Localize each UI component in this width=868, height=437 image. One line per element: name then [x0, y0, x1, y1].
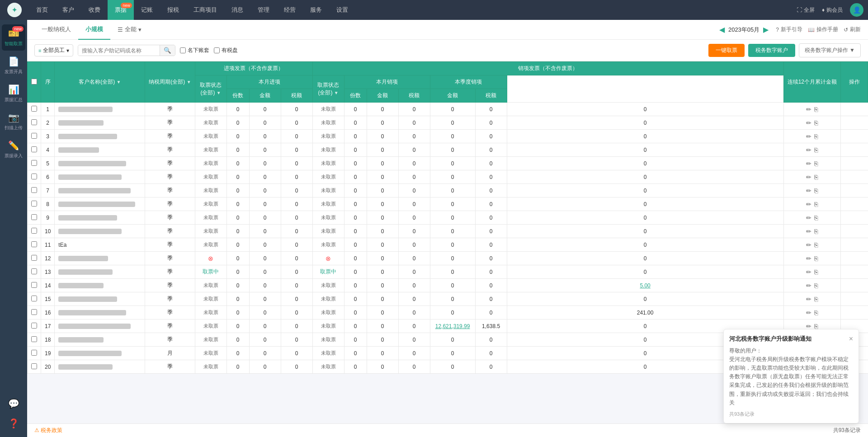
copy-icon[interactable]: ⎘ [814, 174, 818, 181]
manual-link[interactable]: 📖 操作手册 [808, 26, 838, 33]
edit-icon[interactable]: ✏ [806, 228, 811, 235]
vip-button[interactable]: ♦ 购会员 [822, 6, 843, 14]
td-checkbox[interactable] [28, 143, 41, 157]
edit-icon[interactable]: ✏ [806, 106, 811, 113]
td-checkbox[interactable] [28, 197, 41, 211]
checkbox-has-tax-disk-input[interactable] [214, 47, 220, 53]
row-checkbox[interactable] [31, 106, 37, 112]
edit-icon[interactable]: ✏ [806, 201, 811, 208]
copy-icon[interactable]: ⎘ [814, 160, 818, 167]
search-input[interactable] [78, 46, 160, 56]
sidebar-item-help[interactable]: ❓ [2, 414, 25, 432]
copy-icon[interactable]: ⎘ [814, 119, 818, 127]
app-logo[interactable]: ✦ [5, 0, 24, 20]
edit-icon[interactable]: ✏ [806, 309, 811, 316]
nav-tax[interactable]: 报税 [160, 0, 186, 20]
nav-home[interactable]: 首页 [29, 0, 55, 20]
sidebar-item-invoice-summary[interactable]: 📊 票据汇总 [2, 80, 25, 107]
checkbox-has-tax-disk[interactable]: 有税盘 [214, 47, 238, 54]
row-checkbox[interactable] [31, 255, 37, 261]
refresh-link[interactable]: ↺ 刷新 [844, 26, 861, 33]
td-checkbox[interactable] [28, 211, 41, 225]
tax-digital-account-button[interactable]: 税务数字账户 [748, 44, 795, 57]
filter-icon[interactable]: ▼ [187, 80, 191, 85]
row-checkbox[interactable] [31, 350, 37, 356]
employee-select[interactable]: ≡ 全部员工 ▾ [34, 44, 73, 56]
tab-general-taxpayer[interactable]: 一般纳税人 [34, 20, 78, 40]
td-checkbox[interactable] [28, 347, 41, 360]
row-checkbox[interactable] [31, 241, 37, 247]
sidebar-item-feedback[interactable]: 💬 [2, 395, 25, 413]
row-checkbox[interactable] [31, 363, 37, 369]
prev-month-button[interactable]: ◀ [719, 25, 725, 34]
sidebar-item-invoice-entry[interactable]: ✏️ 票据录入 [2, 136, 25, 163]
nav-management[interactable]: 管理 [250, 0, 277, 20]
td-checkbox[interactable] [28, 157, 41, 170]
tab-all[interactable]: ☰ 全能 ▾ [110, 20, 149, 40]
td-checkbox[interactable] [28, 292, 41, 306]
one-click-take-button[interactable]: 一键取票 [708, 44, 745, 57]
nav-settings[interactable]: 设置 [329, 0, 355, 20]
tax-digital-operate-button[interactable]: 税务数字账户操作 ▼ [799, 43, 861, 57]
edit-icon[interactable]: ✏ [806, 146, 811, 154]
next-month-button[interactable]: ▶ [763, 25, 769, 34]
row-checkbox[interactable] [31, 268, 37, 274]
nav-message[interactable]: 消息 [224, 0, 250, 20]
td-checkbox[interactable] [28, 184, 41, 197]
edit-icon[interactable]: ✏ [806, 296, 811, 303]
year-total-link[interactable]: 5.00 [640, 282, 650, 289]
td-checkbox[interactable] [28, 252, 41, 265]
th-checkbox[interactable] [28, 62, 41, 103]
edit-icon[interactable]: ✏ [806, 241, 811, 249]
filter-icon[interactable]: ▼ [117, 80, 121, 85]
td-checkbox[interactable] [28, 265, 41, 279]
row-checkbox[interactable] [31, 146, 37, 152]
row-checkbox[interactable] [31, 309, 37, 315]
td-checkbox[interactable] [28, 360, 41, 374]
td-checkbox[interactable] [28, 130, 41, 143]
row-checkbox[interactable] [31, 214, 37, 220]
row-checkbox[interactable] [31, 174, 37, 179]
row-checkbox[interactable] [31, 187, 37, 193]
row-checkbox[interactable] [31, 228, 37, 234]
nav-service[interactable]: 服务 [303, 0, 329, 20]
search-button[interactable]: 🔍 [160, 45, 175, 56]
row-checkbox[interactable] [31, 160, 37, 166]
copy-icon[interactable]: ⎘ [814, 133, 818, 140]
edit-icon[interactable]: ✏ [806, 119, 811, 127]
row-checkbox[interactable] [31, 323, 37, 329]
row-checkbox[interactable] [31, 119, 37, 125]
copy-icon[interactable]: ⎘ [814, 146, 818, 154]
copy-icon[interactable]: ⎘ [814, 187, 818, 194]
user-avatar[interactable]: 👤 [850, 3, 863, 17]
copy-icon[interactable]: ⎘ [814, 282, 818, 289]
row-checkbox[interactable] [31, 336, 37, 342]
copy-icon[interactable]: ⎘ [814, 201, 818, 208]
copy-icon[interactable]: ⎘ [814, 106, 818, 113]
edit-icon[interactable]: ✏ [806, 255, 811, 262]
td-checkbox[interactable] [28, 170, 41, 184]
edit-icon[interactable]: ✏ [806, 187, 811, 194]
edit-icon[interactable]: ✏ [806, 160, 811, 167]
sidebar-item-invoice-open[interactable]: 📄 发票开具 [2, 52, 25, 79]
nav-business[interactable]: 工商项目 [186, 0, 224, 20]
copy-icon[interactable]: ⎘ [814, 268, 818, 276]
nav-accounting[interactable]: 记账 [134, 0, 160, 20]
row-checkbox[interactable] [31, 133, 37, 139]
select-all-checkbox[interactable] [31, 79, 37, 85]
edit-icon[interactable]: ✏ [806, 174, 811, 181]
tax-policy-link[interactable]: ⚠ 税务政策 [34, 427, 62, 434]
td-checkbox[interactable] [28, 333, 41, 347]
td-checkbox[interactable] [28, 225, 41, 238]
tab-small-scale[interactable]: 小规模 [78, 20, 110, 40]
sidebar-item-smart-ticket[interactable]: 🎫 智能取票 new [2, 24, 25, 51]
edit-icon[interactable]: ✏ [806, 214, 811, 221]
nav-customer[interactable]: 客户 [55, 0, 81, 20]
edit-icon[interactable]: ✏ [806, 133, 811, 140]
td-checkbox[interactable] [28, 279, 41, 292]
edit-icon[interactable]: ✏ [806, 268, 811, 276]
popup-close-button[interactable]: × [849, 335, 853, 343]
td-checkbox[interactable] [28, 116, 41, 130]
guide-link[interactable]: ? 新手引导 [776, 26, 802, 33]
row-checkbox[interactable] [31, 282, 37, 288]
